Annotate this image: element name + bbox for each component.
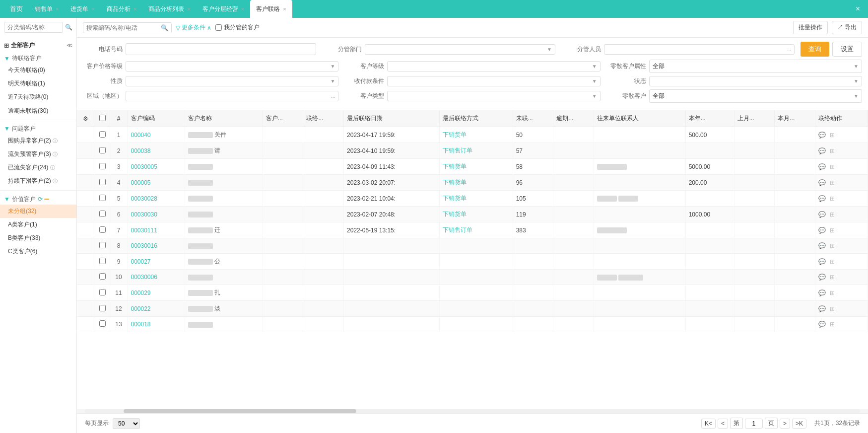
action-grid-icon[interactable]: ⊞	[830, 274, 835, 281]
sidebar-item-7days[interactable]: 近7天待联络(0)	[0, 90, 76, 104]
row-checkbox[interactable]	[99, 163, 106, 169]
action-grid-icon[interactable]: ⊞	[830, 305, 835, 312]
tab-product-analysis[interactable]: 商品分析 ×	[101, 0, 142, 18]
next-page-button[interactable]: >	[780, 419, 790, 429]
filter-customer-type-select[interactable]: ▼	[387, 91, 600, 101]
action-grid-icon[interactable]: ⊞	[830, 321, 835, 328]
last-contact-way-link[interactable]: 下销货单	[443, 211, 467, 217]
td-cb[interactable]	[95, 254, 110, 270]
last-page-button[interactable]: >K	[792, 419, 806, 429]
refresh-icon[interactable]: ⟳	[38, 196, 43, 203]
tab-sales-close[interactable]: ×	[56, 6, 59, 12]
action-chat-icon[interactable]: 💬	[818, 242, 826, 249]
action-grid-icon[interactable]: ⊞	[830, 163, 835, 170]
sidebar-item-churned[interactable]: 已流失客户(24) ⓘ	[0, 161, 76, 174]
action-grid-icon[interactable]: ⊞	[830, 132, 835, 139]
action-grid-icon[interactable]: ⊞	[830, 195, 835, 202]
action-grid-icon[interactable]: ⊞	[830, 227, 835, 234]
sidebar-item-declining[interactable]: 持续下滑客户(2) ⓘ	[0, 174, 76, 188]
td-cb[interactable]	[95, 238, 110, 254]
my-customers-checkbox[interactable]	[215, 24, 222, 31]
last-contact-way-link[interactable]: 下销货单	[443, 195, 467, 202]
filter-payment-select[interactable]: ▼	[387, 76, 600, 86]
tab-customer-contact-close[interactable]: ×	[283, 6, 286, 12]
row-checkbox[interactable]	[99, 320, 106, 327]
select-all-checkbox[interactable]	[99, 115, 106, 121]
action-chat-icon[interactable]: 💬	[818, 227, 826, 234]
sidebar-item-unclassified[interactable]: 未分组(32)	[0, 205, 76, 218]
last-contact-way-link[interactable]: 下销售订单	[443, 147, 472, 154]
td-cb[interactable]	[95, 175, 110, 191]
batch-op-button[interactable]: 批量操作	[793, 21, 828, 34]
last-contact-way-link[interactable]: 下销货单	[443, 131, 467, 138]
filter-customer-tier-select[interactable]: ▼	[387, 61, 600, 72]
filter-search-icon[interactable]: 🔍	[161, 24, 168, 31]
row-checkbox[interactable]	[99, 211, 106, 217]
td-cb[interactable]	[95, 285, 110, 301]
filter-nature-select[interactable]: ▼	[126, 76, 338, 86]
th-checkbox[interactable]	[95, 110, 110, 127]
action-chat-icon[interactable]: 💬	[818, 195, 826, 202]
row-checkbox[interactable]	[99, 147, 106, 153]
action-chat-icon[interactable]: 💬	[818, 289, 826, 296]
td-cb[interactable]	[95, 127, 110, 143]
filter-phone-input[interactable]	[126, 43, 316, 55]
per-page-select[interactable]: 50 100	[113, 418, 140, 429]
export-button[interactable]: ↗ 导出	[832, 21, 862, 34]
close-all-button[interactable]: ×	[852, 4, 864, 13]
td-cb[interactable]	[95, 191, 110, 207]
action-chat-icon[interactable]: 💬	[818, 274, 826, 281]
sidebar-item-churn-warn[interactable]: 流失预警客户(3) ⓘ	[0, 147, 76, 161]
sidebar-item-today[interactable]: 今天待联络(0)	[0, 64, 76, 77]
tab-product-list[interactable]: 商品分析列表 ×	[142, 0, 196, 18]
action-chat-icon[interactable]: 💬	[818, 163, 826, 170]
row-checkbox[interactable]	[99, 242, 106, 248]
prev-page-button[interactable]: <	[718, 419, 728, 429]
td-cb[interactable]	[95, 207, 110, 222]
tab-customer-tier-close[interactable]: ×	[241, 6, 244, 12]
action-chat-icon[interactable]: 💬	[818, 211, 826, 218]
horizontal-scrollbar[interactable]	[85, 409, 860, 413]
tab-purchase-close[interactable]: ×	[91, 6, 94, 12]
row-checkbox[interactable]	[99, 179, 106, 185]
last-contact-way-link[interactable]: 下销售订单	[443, 226, 472, 233]
problem-customers-group[interactable]: ▼ 问题客户	[0, 122, 76, 134]
action-grid-icon[interactable]: ⊞	[830, 289, 835, 296]
td-cb[interactable]	[95, 159, 110, 175]
category-search-icon[interactable]: 🔍	[65, 24, 72, 31]
filter-price-tier-select[interactable]: ▼	[126, 61, 338, 72]
sidebar-item-abnormal[interactable]: 囤购异常客户(2) ⓘ	[0, 134, 76, 147]
tab-sales[interactable]: 销售单 ×	[29, 0, 65, 18]
filter-status-select[interactable]: ▼	[649, 76, 862, 86]
action-grid-icon[interactable]: ⊞	[830, 211, 835, 218]
filter-person-select[interactable]: ...	[604, 44, 795, 55]
tab-customer-tier[interactable]: 客户分层经营 ×	[197, 0, 250, 18]
action-grid-icon[interactable]: ⊞	[830, 242, 835, 249]
td-cb[interactable]	[95, 317, 110, 332]
row-checkbox[interactable]	[99, 258, 106, 264]
last-contact-way-link[interactable]: 下销货单	[443, 179, 467, 186]
all-customers-header[interactable]: ⊞ 全部客户 ≪	[0, 37, 76, 52]
search-input[interactable]	[86, 24, 161, 31]
value-customers-group[interactable]: ▼ 价值客户 ⟳	[0, 193, 76, 205]
my-customers-checkbox-wrap[interactable]: 我分管的客户	[215, 23, 260, 32]
tab-purchase[interactable]: 进货单 ×	[65, 0, 100, 18]
action-chat-icon[interactable]: 💬	[818, 305, 826, 312]
reset-button[interactable]: 设置	[832, 42, 862, 57]
action-chat-icon[interactable]: 💬	[818, 258, 826, 265]
action-chat-icon[interactable]: 💬	[818, 147, 826, 154]
row-checkbox[interactable]	[99, 305, 106, 311]
sidebar-item-class-c[interactable]: C类客户(6)	[0, 245, 76, 258]
sidebar-collapse-icon[interactable]: ≪	[67, 42, 72, 49]
row-checkbox[interactable]	[99, 273, 106, 280]
tab-product-analysis-close[interactable]: ×	[134, 6, 136, 12]
scrollbar-thumb[interactable]	[124, 409, 356, 413]
page-input[interactable]	[745, 419, 763, 429]
action-chat-icon[interactable]: 💬	[818, 132, 826, 139]
tab-customer-contact[interactable]: 客户联络 ×	[250, 0, 292, 18]
home-tab[interactable]: 首页	[4, 4, 29, 13]
sidebar-item-class-a[interactable]: A类客户(1)	[0, 218, 76, 231]
td-cb[interactable]	[95, 222, 110, 238]
sidebar-item-class-b[interactable]: B类客户(33)	[0, 231, 76, 245]
sidebar-item-tomorrow[interactable]: 明天待联络(1)	[0, 77, 76, 90]
